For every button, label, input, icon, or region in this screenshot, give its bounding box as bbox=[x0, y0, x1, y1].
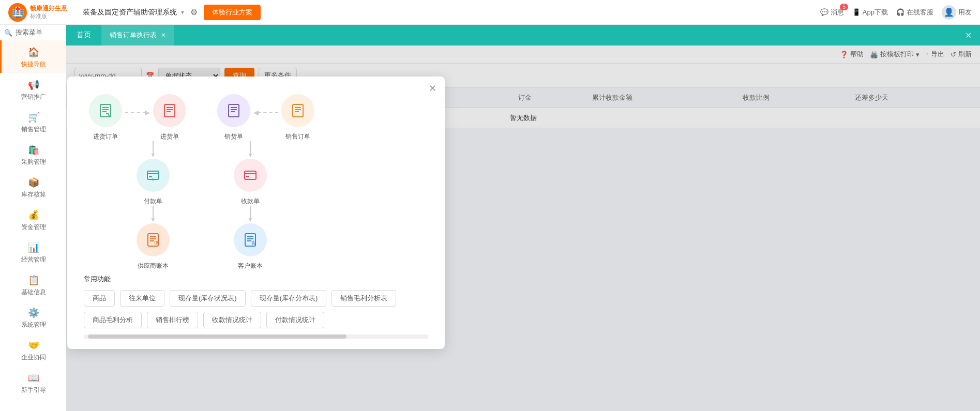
func-btn-counterpart[interactable]: 往来单位 bbox=[120, 290, 164, 307]
svg-text:供: 供 bbox=[154, 240, 159, 246]
purchase-bill-label: 进货单 bbox=[160, 132, 179, 141]
flow-node-purchase-bill: 进货单 bbox=[153, 94, 186, 141]
main-area: 🔍 搜索菜单 🏠 快捷导航 📢 营销推广 🛒 销售管理 🛍️ 采购管理 📦 bbox=[0, 25, 980, 411]
func-btn-goods-profit[interactable]: 商品毛利分析 bbox=[84, 312, 142, 328]
app-download-button[interactable]: 📱 App下载 bbox=[852, 8, 888, 17]
modal-box: ✕ 进货订 bbox=[67, 77, 445, 349]
sidebar-item-beginner[interactable]: 📖 新手引导 bbox=[0, 366, 66, 399]
system-title: 装备及固定资产辅助管理系统 bbox=[83, 8, 177, 17]
online-service-label: 在线客服 bbox=[907, 8, 933, 17]
top-bar-right: 💬 消息 5 📱 App下载 🎧 在线客服 👤 用友 bbox=[820, 5, 972, 20]
sidebar-item-quick-nav[interactable]: 🏠 快捷导航 bbox=[0, 40, 66, 73]
tab-close-icon[interactable]: ✕ bbox=[161, 32, 166, 39]
sidebar-item-inventory[interactable]: 📦 库存核算 bbox=[0, 171, 66, 203]
sales-bill-label: 销货单 bbox=[224, 132, 243, 141]
sidebar-item-label: 新手引导 bbox=[21, 386, 46, 394]
trial-button[interactable]: 体验行业方案 bbox=[204, 5, 261, 20]
user-area[interactable]: 👤 用友 bbox=[942, 5, 972, 20]
flow-node-sales-bill: 销货单 bbox=[217, 94, 250, 141]
func-btn-stock-status[interactable]: 现存量(库存状况表) bbox=[170, 290, 246, 307]
top-bar-center: 装备及固定资产辅助管理系统 ▾ ⚙ 体验行业方案 bbox=[74, 5, 820, 20]
tab-sales-order[interactable]: 销售订单执行表 ✕ bbox=[101, 25, 174, 45]
page-close-button[interactable]: ✕ bbox=[965, 25, 972, 45]
svg-rect-17 bbox=[229, 104, 239, 117]
func-btn-goods[interactable]: 商品 bbox=[84, 290, 115, 307]
service-icon: 🎧 bbox=[896, 8, 904, 16]
tab-home[interactable]: 首页 bbox=[66, 25, 101, 45]
system-dropdown-icon[interactable]: ▾ bbox=[181, 9, 184, 16]
modal-close-button[interactable]: ✕ bbox=[429, 83, 436, 94]
logo-icon: 🏥 bbox=[8, 3, 27, 22]
flow-left-group: 进货订单 ▶ bbox=[89, 94, 186, 270]
flow-node-receipt: 收款单 bbox=[234, 159, 267, 206]
sidebar-item-label: 基础信息 bbox=[21, 288, 46, 297]
sidebar-item-label: 企业协同 bbox=[21, 353, 46, 362]
arrow-down-head-3: ▼ bbox=[150, 216, 156, 223]
tab-bar: 首页 销售订单执行表 ✕ ✕ bbox=[66, 25, 980, 45]
receipt-label: 收款单 bbox=[241, 197, 260, 206]
sidebar-item-system[interactable]: ⚙️ 系统管理 bbox=[0, 301, 66, 333]
sidebar-item-marketing[interactable]: 📢 营销推广 bbox=[0, 73, 66, 105]
arrow-down-head-4: ▼ bbox=[247, 216, 253, 223]
func-btn-stock-dist[interactable]: 现存量(库存分布表) bbox=[251, 290, 327, 307]
system-icon: ⚙️ bbox=[28, 307, 39, 318]
svg-rect-4 bbox=[164, 104, 175, 117]
svg-rect-21 bbox=[293, 104, 303, 117]
function-buttons: 商品 往来单位 现存量(库存状况表) 现存量(库存分布表) 销售毛利分析表 商品… bbox=[84, 290, 428, 328]
arrow-down-head-2: ▼ bbox=[247, 151, 253, 159]
modal-scrollbar-thumb bbox=[88, 334, 346, 339]
purchase-order-label: 进货订单 bbox=[93, 132, 118, 141]
sidebar-item-label: 库存核算 bbox=[21, 190, 46, 199]
search-menu-button[interactable]: 🔍 搜索菜单 bbox=[0, 25, 66, 40]
func-btn-receipt-stats[interactable]: 收款情况统计 bbox=[203, 312, 261, 328]
content-area: 首页 销售订单执行表 ✕ ✕ ❓ 帮助 🖨️ bbox=[66, 25, 980, 411]
modal-scrollbar[interactable] bbox=[84, 334, 428, 339]
basic-info-icon: 📋 bbox=[28, 275, 39, 286]
sales-order-circle bbox=[281, 94, 314, 127]
flow-node-payment: ¥ 付款单 bbox=[137, 159, 170, 206]
message-button[interactable]: 💬 消息 5 bbox=[820, 8, 844, 17]
tab-sales-order-label: 销售订单执行表 bbox=[110, 31, 157, 40]
svg-text:¥: ¥ bbox=[152, 177, 155, 182]
flow-diagram: 进货订单 ▶ bbox=[84, 89, 428, 270]
sidebar-item-purchase[interactable]: 🛍️ 采购管理 bbox=[0, 138, 66, 171]
common-functions-title: 常用功能 bbox=[84, 275, 428, 284]
sidebar-item-label: 营销推广 bbox=[21, 93, 46, 101]
sidebar-item-sales[interactable]: 🛒 销售管理 bbox=[0, 105, 66, 138]
purchase-bill-circle bbox=[153, 94, 186, 127]
func-btn-sales-profit[interactable]: 销售毛利分析表 bbox=[331, 290, 396, 307]
flow-right-group: 销货单 ◀ bbox=[217, 94, 314, 270]
top-bar: 🏥 畅康通好生意 标准版 装备及固定资产辅助管理系统 ▾ ⚙ 体验行业方案 💬 … bbox=[0, 0, 980, 25]
receipt-circle bbox=[234, 159, 267, 192]
payment-circle: ¥ bbox=[137, 159, 170, 192]
func-btn-sales-rank[interactable]: 销售排行榜 bbox=[147, 312, 198, 328]
message-icon: 💬 bbox=[820, 8, 828, 16]
sidebar-item-enterprise[interactable]: 🤝 企业协同 bbox=[0, 333, 66, 366]
purchase-order-circle bbox=[89, 94, 122, 127]
online-service-button[interactable]: 🎧 在线客服 bbox=[896, 8, 933, 17]
func-btn-payment-stats[interactable]: 付款情况统计 bbox=[266, 312, 324, 328]
operations-icon: 📊 bbox=[28, 242, 39, 253]
sidebar-item-basic-info[interactable]: 📋 基础信息 bbox=[0, 268, 66, 301]
flow-node-supplier: 供 供应商账本 bbox=[137, 223, 170, 270]
page-content: ❓ 帮助 🖨️ 按模板打印 ▾ ↑ 导出 ↺ 刷新 bbox=[66, 45, 980, 411]
svg-text:客: 客 bbox=[251, 240, 256, 246]
arrow-down-head-1: ▼ bbox=[150, 151, 156, 159]
svg-rect-27 bbox=[246, 176, 249, 177]
sidebar-item-operations[interactable]: 📊 经营管理 bbox=[0, 236, 66, 268]
purchase-icon: 🛍️ bbox=[28, 144, 39, 156]
flow-node-purchase-order: 进货订单 bbox=[89, 94, 122, 141]
flow-node-customer: 客 客户账本 bbox=[234, 223, 267, 270]
avatar: 👤 bbox=[942, 5, 956, 20]
svg-rect-25 bbox=[245, 171, 256, 179]
sales-bill-circle bbox=[217, 94, 250, 127]
modal-overlay[interactable]: ✕ 进货订 bbox=[66, 45, 980, 411]
flow-top-row-right: 销货单 ◀ bbox=[217, 94, 314, 141]
sidebar-item-finance[interactable]: 💰 资金管理 bbox=[0, 203, 66, 236]
settings-icon[interactable]: ⚙ bbox=[190, 7, 198, 17]
finance-icon: 💰 bbox=[28, 209, 39, 221]
mobile-icon: 📱 bbox=[852, 8, 861, 16]
customer-circle: 客 bbox=[234, 223, 267, 256]
sales-icon: 🛒 bbox=[28, 112, 39, 123]
beginner-icon: 📖 bbox=[28, 372, 39, 384]
